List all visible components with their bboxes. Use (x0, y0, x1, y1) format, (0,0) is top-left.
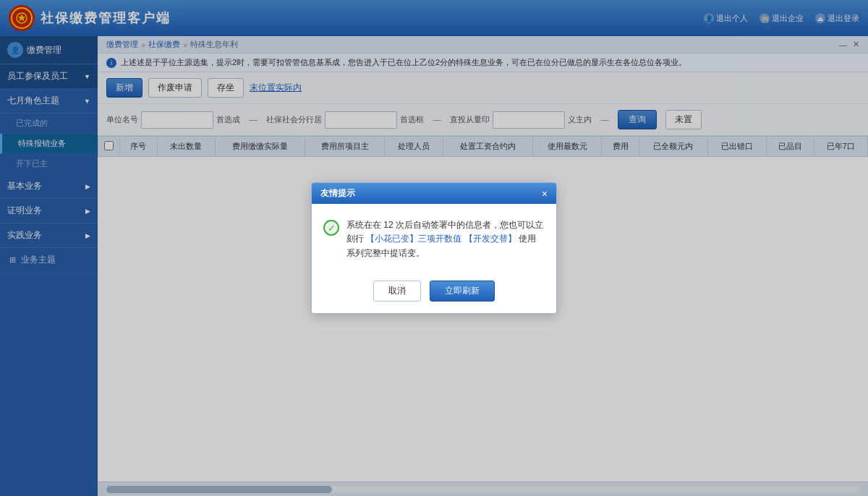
modal-message: 系统在在 12 次后自动签署中的信息者，您也可以立刻行 【小花已变】三项开数值 … (346, 218, 545, 260)
modal-footer: 取消 立即刷新 (312, 275, 556, 313)
modal-msg-part3: 【开发交替】 (464, 234, 516, 244)
modal-dialog: 友情提示 × ✓ 系统在在 12 次后自动签署中的信息者，您也可以立刻行 【小花… (311, 182, 557, 314)
modal-title: 友情提示 (320, 187, 355, 200)
modal-header: 友情提示 × (312, 183, 556, 204)
modal-cancel-button[interactable]: 取消 (373, 281, 421, 302)
modal-confirm-button[interactable]: 立即刷新 (430, 281, 495, 302)
modal-body: ✓ 系统在在 12 次后自动签署中的信息者，您也可以立刻行 【小花已变】三项开数… (312, 204, 556, 275)
check-icon: ✓ (323, 220, 339, 236)
modal-overlay: 友情提示 × ✓ 系统在在 12 次后自动签署中的信息者，您也可以立刻行 【小花… (0, 0, 868, 496)
modal-close-button[interactable]: × (542, 189, 548, 199)
modal-msg-part2: 【小花已变】三项开数值 (366, 234, 461, 244)
